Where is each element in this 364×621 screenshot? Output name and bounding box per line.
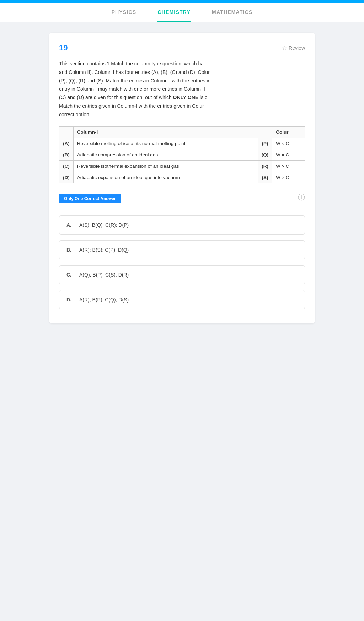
row-label1-1: (B)	[59, 149, 74, 160]
desc-line4: entry in Column I may match with one or …	[59, 86, 205, 92]
question-number: 19	[59, 43, 68, 53]
row-content2-3: W > C	[272, 172, 305, 183]
option-label-d: D.	[66, 297, 74, 303]
option-label-a: A.	[66, 222, 74, 228]
row-label2-2: (R)	[258, 160, 272, 172]
row-content2-0: W < C	[272, 138, 305, 149]
row-content1-2: Reversible isothermal expansion of an id…	[73, 160, 258, 172]
option-a[interactable]: A. A(S); B(Q); C(R); D(P)	[59, 215, 305, 235]
star-icon: ☆	[282, 45, 287, 52]
table-row: (D) Adiabatic expansion of an ideal gas …	[59, 172, 305, 183]
tab-physics[interactable]: PHYSICS	[111, 9, 136, 22]
row-content2-2: W > C	[272, 160, 305, 172]
row-content1-1: Adiabatic compression of an ideal gas	[73, 149, 258, 160]
row-label2-0: (P)	[258, 138, 272, 149]
table-blank-header2	[258, 126, 272, 138]
option-label-b: B.	[66, 247, 74, 253]
row-content2-1: W = C	[272, 149, 305, 160]
row-label1-3: (D)	[59, 172, 74, 183]
only-one-bold: ONLY ONE	[173, 95, 199, 100]
row-label2-3: (S)	[258, 172, 272, 183]
question-header: 19 ☆ Review	[59, 43, 305, 53]
header: PHYSICS CHEMISTRY MATHEMATICS	[0, 3, 364, 22]
tab-chemistry[interactable]: CHEMISTRY	[157, 9, 191, 22]
desc-line3: (P), (Q), (R) and (S). Match the entries…	[59, 78, 209, 84]
review-button[interactable]: ☆ Review	[282, 45, 305, 52]
option-text-c: A(Q); B(P); C(S); D(R)	[79, 272, 129, 278]
row-content1-3: Adiabatic expansion of an ideal gas into…	[73, 172, 258, 183]
row-label1-2: (C)	[59, 160, 74, 172]
table-row: (C) Reversible isothermal expansion of a…	[59, 160, 305, 172]
question-card: 19 ☆ Review This section contains 1 Matc…	[49, 33, 315, 323]
info-icon[interactable]: ⓘ	[298, 193, 305, 202]
row-content1-0: Reversible melting of ice at its normal …	[73, 138, 258, 149]
tabs-nav: PHYSICS CHEMISTRY MATHEMATICS	[0, 3, 364, 22]
col2-header: Colur	[272, 126, 305, 138]
answer-type-badge: Only One Correct Answer	[59, 194, 121, 203]
desc-line5-pre: (C) and (D) are given for this question,…	[59, 95, 173, 100]
main-content: 19 ☆ Review This section contains 1 Matc…	[43, 22, 321, 334]
badge-info-row: Only One Correct Answer ⓘ	[59, 194, 305, 212]
option-text-d: A(R); B(P); C(Q); D(S)	[79, 297, 129, 303]
desc-line6: Match the entries given in Column-I with…	[59, 103, 204, 109]
option-c[interactable]: C. A(Q); B(P); C(S); D(R)	[59, 265, 305, 284]
option-d[interactable]: D. A(R); B(P); C(Q); D(S)	[59, 290, 305, 309]
option-label-c: C.	[66, 272, 74, 278]
option-b[interactable]: B. A(R); B(S); C(P); D(Q)	[59, 240, 305, 259]
question-text: This section contains 1 Match the column…	[59, 60, 305, 119]
row-label1-0: (A)	[59, 138, 74, 149]
col1-header: Column-I	[73, 126, 258, 138]
desc-line7: correct option.	[59, 112, 91, 117]
desc-line2: and Column II). Column I has four entrie…	[59, 69, 210, 75]
review-label: Review	[289, 45, 305, 51]
table-row: (A) Reversible melting of ice at its nor…	[59, 138, 305, 149]
option-text-b: A(R); B(S); C(P); D(Q)	[79, 247, 129, 253]
table-row: (B) Adiabatic compression of an ideal ga…	[59, 149, 305, 160]
table-blank-header	[59, 126, 74, 138]
match-table: Column-I Colur (A) Reversible melting of…	[59, 126, 305, 183]
option-text-a: A(S); B(Q); C(R); D(P)	[79, 222, 129, 228]
options-container: A. A(S); B(Q); C(R); D(P) B. A(R); B(S);…	[59, 215, 305, 309]
desc-line1: This section contains 1 Match the column…	[59, 61, 204, 66]
tab-mathematics[interactable]: MATHEMATICS	[212, 9, 253, 22]
row-label2-1: (Q)	[258, 149, 272, 160]
top-bar	[0, 0, 364, 3]
desc-line5-post: is c	[198, 95, 207, 100]
